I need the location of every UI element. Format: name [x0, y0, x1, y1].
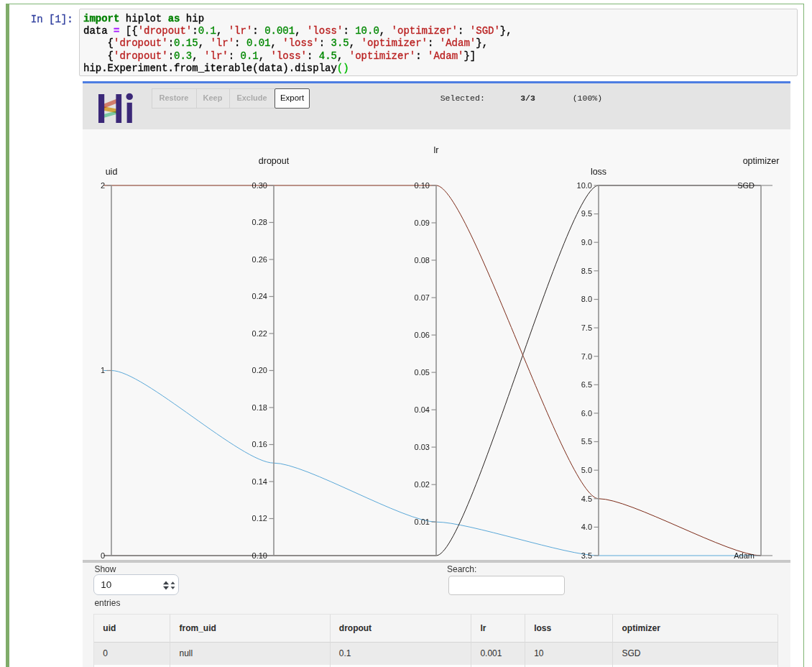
- svg-text:SGD: SGD: [737, 181, 755, 190]
- svg-text:0.16: 0.16: [252, 440, 267, 448]
- svg-text:0.07: 0.07: [415, 293, 430, 302]
- svg-text:0.01: 0.01: [415, 518, 430, 526]
- svg-text:0.09: 0.09: [415, 218, 430, 227]
- svg-text:8.0: 8.0: [581, 295, 592, 303]
- svg-text:0.04: 0.04: [415, 405, 430, 414]
- svg-text:0.26: 0.26: [252, 255, 267, 264]
- svg-text:uid: uid: [106, 167, 118, 177]
- svg-text:7.0: 7.0: [581, 351, 592, 360]
- svg-text:0.02: 0.02: [415, 480, 430, 489]
- svg-text:3.5: 3.5: [581, 551, 592, 559]
- svg-text:0.14: 0.14: [252, 477, 267, 486]
- svg-text:2: 2: [101, 181, 105, 190]
- svg-text:6.0: 6.0: [581, 409, 592, 418]
- svg-text:0: 0: [101, 551, 105, 559]
- svg-text:dropout: dropout: [259, 156, 290, 166]
- svg-text:7.5: 7.5: [581, 323, 592, 332]
- svg-text:5.5: 5.5: [581, 437, 592, 446]
- svg-text:0.08: 0.08: [415, 256, 430, 264]
- svg-text:9.0: 9.0: [581, 238, 592, 247]
- svg-text:lr: lr: [434, 144, 439, 155]
- svg-text:5.0: 5.0: [581, 466, 592, 474]
- svg-text:0.24: 0.24: [252, 292, 267, 300]
- svg-text:0.06: 0.06: [415, 331, 430, 339]
- svg-text:9.5: 9.5: [581, 209, 592, 218]
- svg-text:0.03: 0.03: [415, 443, 430, 451]
- svg-text:10.0: 10.0: [577, 181, 592, 190]
- svg-text:Adam: Adam: [734, 551, 755, 559]
- svg-text:0.12: 0.12: [252, 514, 267, 523]
- svg-text:1: 1: [101, 366, 105, 374]
- svg-text:0.28: 0.28: [252, 218, 267, 226]
- svg-text:8.5: 8.5: [581, 267, 592, 275]
- svg-text:0.22: 0.22: [252, 329, 267, 338]
- svg-text:0.10: 0.10: [415, 181, 430, 190]
- svg-text:optimizer: optimizer: [743, 156, 780, 166]
- svg-text:0.10: 0.10: [252, 551, 267, 559]
- svg-text:4.5: 4.5: [581, 494, 592, 503]
- svg-text:0.05: 0.05: [415, 368, 430, 377]
- svg-text:loss: loss: [591, 167, 606, 177]
- svg-text:6.5: 6.5: [581, 380, 592, 389]
- svg-text:0.20: 0.20: [252, 366, 267, 374]
- svg-text:0.30: 0.30: [252, 181, 267, 190]
- svg-text:4.0: 4.0: [581, 523, 592, 531]
- svg-text:0.18: 0.18: [252, 403, 267, 412]
